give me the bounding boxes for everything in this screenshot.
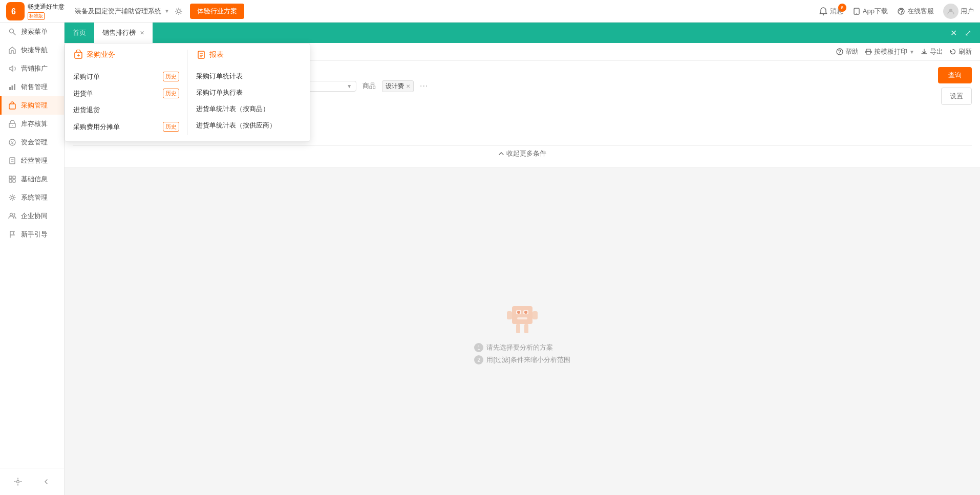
sidebar-settings-btn[interactable] [10, 474, 26, 490]
sidebar-label: 采购管理 [21, 101, 48, 110]
money-icon: ¥ [8, 138, 17, 147]
chart-icon [8, 82, 17, 92]
users-icon [8, 211, 17, 221]
goods-tag-close[interactable]: ✕ [406, 83, 410, 89]
dropdown-item-stock-in-by-supplier[interactable]: 进货单统计表（按供应商） [196, 117, 302, 134]
goods-tag: 设计费 ✕ [382, 80, 414, 92]
svg-line-9 [13, 33, 16, 35]
svg-rect-12 [14, 84, 15, 90]
sidebar-label: 销售管理 [21, 82, 48, 92]
dropdown-item-purchase-order[interactable]: 采购订单 历史 [73, 68, 179, 85]
sidebar-item-system[interactable]: 系统管理 [0, 188, 64, 207]
history-badge: 历史 [163, 72, 179, 81]
sidebar-item-enterprise[interactable]: 企业协同 [0, 207, 64, 225]
sidebar-item-operation[interactable]: 经营管理 [0, 152, 64, 170]
flag-icon [8, 230, 17, 239]
tab-sales-rank[interactable]: 销售排行榜 ✕ [94, 23, 153, 43]
goods-more-dots[interactable]: ··· [420, 81, 428, 91]
svg-point-6 [901, 13, 901, 13]
tab-home-label: 首页 [73, 28, 86, 37]
search-icon [8, 27, 17, 36]
gear-icon [8, 193, 17, 202]
dropdown-item-stock-in-by-goods[interactable]: 进货单统计表（按商品） [196, 101, 302, 117]
sidebar-label: 资金管理 [21, 138, 48, 147]
empty-state: 1 请先选择要分析的方案 2 用[过滤]条件来缩小分析范围 [65, 168, 980, 495]
tab-home[interactable]: 首页 [65, 23, 94, 43]
sidebar-label: 系统管理 [21, 193, 48, 202]
sidebar-item-sales[interactable]: 销售管理 [0, 78, 64, 96]
tab-close-all-icon[interactable]: ✕ [947, 27, 960, 39]
sidebar-label: 搜索菜单 [21, 27, 48, 36]
svg-rect-42 [532, 311, 538, 319]
setting-btn[interactable]: 设置 [941, 88, 972, 105]
sidebar-item-quick-nav[interactable]: 快捷导航 [0, 41, 64, 59]
svg-rect-23 [9, 180, 12, 182]
sidebar-item-search[interactable]: 搜索菜单 [0, 23, 64, 41]
svg-point-45 [517, 311, 520, 314]
sidebar-item-marketing[interactable]: 营销推广 [0, 59, 64, 78]
tip2-num: 2 [474, 355, 483, 364]
sidebar-collapse-btn[interactable] [38, 474, 54, 490]
help-btn[interactable]: 帮助 [836, 47, 859, 56]
dropdown-purchase-col: 采购业务 采购订单 历史 进货单 历史 进货退货 采购费用分摊单 历史 [65, 50, 187, 135]
industry-btn[interactable]: 体验行业方案 [190, 4, 244, 19]
notification-badge: 6 [838, 4, 846, 12]
dropdown-report-col: 报表 采购订单统计表 采购订单执行表 进货单统计表（按商品） 进货单统计表（按供… [187, 50, 310, 135]
dropdown-item-stock-in[interactable]: 进货单 历史 [73, 85, 179, 102]
app-download-btn[interactable]: App下载 [853, 7, 888, 16]
box-icon [8, 119, 17, 128]
svg-rect-13 [9, 104, 15, 109]
svg-rect-43 [516, 324, 520, 333]
svg-point-1 [177, 10, 180, 13]
svg-point-26 [10, 213, 13, 216]
sidebar-item-inventory[interactable]: 库存核算 [0, 115, 64, 133]
tab-sales-rank-label: 销售排行榜 [102, 28, 136, 37]
sidebar-item-purchase[interactable]: 采购管理 [0, 96, 64, 115]
report-icon [8, 156, 17, 165]
dropdown-arrow-icon[interactable]: ▼ [164, 8, 169, 14]
user-menu-btn[interactable]: 用户 [943, 4, 974, 19]
svg-rect-44 [524, 324, 528, 333]
sidebar-item-finance[interactable]: ¥ 资金管理 [0, 133, 64, 152]
tab-bar-actions: ✕ ⤢ [941, 27, 980, 39]
dropdown-purchase-title: 采购业务 [73, 50, 179, 63]
history-badge: 历史 [163, 122, 179, 132]
dropdown-item-po-stats[interactable]: 采购订单统计表 [196, 68, 302, 84]
collapse-btn[interactable]: 收起更多条件 [495, 146, 549, 161]
logo-badge: 标准版 [28, 12, 45, 20]
tab-bar: 首页 销售排行榜 ✕ ✕ ⤢ [65, 23, 980, 43]
sidebar-label: 企业协同 [21, 211, 48, 221]
svg-point-28 [17, 481, 19, 483]
sidebar: 搜索菜单 快捷导航 营销推广 销售管理 [0, 23, 65, 495]
svg-rect-24 [13, 180, 15, 182]
print-btn[interactable]: 按模板打印 ▼ [865, 47, 914, 56]
dropdown-item-po-exec[interactable]: 采购订单执行表 [196, 84, 302, 101]
svg-text:¥: ¥ [11, 140, 14, 145]
svg-point-2 [823, 14, 824, 15]
svg-point-46 [524, 311, 527, 314]
sidebar-label: 新手引导 [21, 230, 48, 239]
dropdown-item-purchase-cost[interactable]: 采购费用分摊单 历史 [73, 118, 179, 135]
sidebar-label: 库存核算 [21, 119, 48, 128]
refresh-btn[interactable]: 刷新 [949, 47, 972, 56]
sidebar-item-basic-info[interactable]: 基础信息 [0, 170, 64, 188]
tab-close-icon[interactable]: ✕ [140, 30, 144, 36]
notification-btn[interactable]: 6 消息 [819, 7, 843, 16]
system-title: 装备及固定资产辅助管理系统 ▼ [75, 7, 169, 16]
online-service-btn[interactable]: 在线客服 [897, 7, 934, 16]
sidebar-item-guide[interactable]: 新手引导 [0, 225, 64, 244]
home-icon [8, 46, 17, 55]
doc-status-arrow-icon: ▼ [347, 83, 352, 89]
goods-label: 商品 [363, 81, 376, 91]
logo-area: 6 畅捷通好生意 标准版 [6, 2, 71, 20]
dropdown-item-stock-return[interactable]: 进货退货 [73, 102, 179, 118]
export-btn[interactable]: 导出 [921, 47, 943, 56]
svg-rect-41 [507, 311, 512, 319]
sidebar-bottom [0, 468, 64, 495]
svg-point-4 [856, 13, 857, 14]
user-avatar [943, 4, 958, 19]
topbar-settings-icon[interactable] [172, 4, 186, 18]
tab-expand-icon[interactable]: ⤢ [962, 27, 974, 39]
sidebar-label: 基础信息 [21, 175, 48, 184]
query-btn[interactable]: 查询 [938, 67, 972, 83]
